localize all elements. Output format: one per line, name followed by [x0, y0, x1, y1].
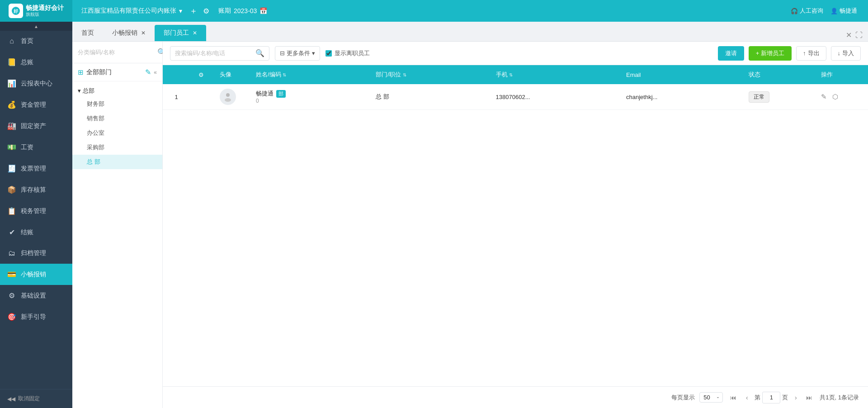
- all-dept-label[interactable]: 全部部门: [86, 68, 142, 76]
- tab-expense-close[interactable]: ✕: [141, 30, 146, 36]
- sidebar-item-assets[interactable]: 🏭 固定资产: [0, 115, 72, 137]
- settings-icon[interactable]: ⚙: [203, 7, 209, 15]
- employee-search-icon[interactable]: 🔍: [255, 49, 264, 57]
- sidebar-item-label: 首页: [21, 37, 33, 45]
- dept-search-input[interactable]: [78, 49, 154, 56]
- dept-grid-icon: ⊞: [78, 68, 84, 76]
- user-name: 畅捷通: [840, 7, 857, 15]
- inventory-icon: 📦: [7, 185, 16, 194]
- sidebar-scroll-up[interactable]: ▲: [0, 22, 72, 31]
- last-page-btn[interactable]: ⏭: [803, 392, 815, 403]
- guide-icon: 🎯: [7, 313, 16, 321]
- col-name[interactable]: 姓名/编码 ⇅: [249, 65, 368, 84]
- sidebar-item-home[interactable]: ⌂ 首页: [0, 31, 72, 52]
- tab-bar-right: ✕ ⛶: [840, 31, 868, 41]
- sidebar-item-fund[interactable]: 💰 资金管理: [0, 94, 72, 115]
- sidebar-item-expense[interactable]: 💳 小畅报销: [0, 264, 72, 285]
- unpin-btn[interactable]: ◀◀ 取消固定: [0, 389, 72, 408]
- per-page-select[interactable]: 50 10 20 100: [699, 392, 723, 403]
- user-btn[interactable]: 👤 畅捷通: [830, 7, 857, 15]
- edit-btn[interactable]: ✎: [821, 93, 827, 101]
- add-employee-button[interactable]: + 新增员工: [749, 46, 792, 61]
- archive-icon: 🗂: [7, 249, 16, 257]
- employee-table-wrap: ⚙ 头像 姓名/编码 ⇅ 部门/职位 ⇅: [163, 65, 868, 386]
- sidebar-item-salary[interactable]: 💵 工资: [0, 137, 72, 158]
- company-name: 江西服宝精品有限责任公司内账张: [81, 7, 176, 15]
- dept-item-purchase[interactable]: 采购部: [72, 140, 162, 155]
- tab-close-btn[interactable]: ✕: [846, 31, 852, 39]
- dept-item-hq[interactable]: 总 部: [72, 155, 162, 169]
- employee-table: ⚙ 头像 姓名/编码 ⇅ 部门/职位 ⇅: [163, 65, 868, 110]
- service-btn[interactable]: 🎧 人工咨询: [791, 7, 823, 15]
- emp-code: 0: [256, 98, 361, 104]
- prev-page-btn[interactable]: ‹: [741, 392, 753, 403]
- dept-tree-section-root[interactable]: ▾ 总部: [72, 85, 162, 97]
- tab-home[interactable]: 首页: [72, 25, 103, 41]
- col-phone[interactable]: 手机 ⇅: [489, 65, 619, 84]
- sidebar-item-invoice[interactable]: 🧾 发票管理: [0, 158, 72, 179]
- table-row: 1: [163, 84, 868, 110]
- tab-bar: 首页 小畅报销 ✕ 部门员工 ✕ ✕ ⛶: [72, 22, 868, 42]
- first-page-btn[interactable]: ⏮: [727, 392, 739, 403]
- tab-expense[interactable]: 小畅报销 ✕: [103, 25, 155, 41]
- sidebar-item-label: 固定资产: [21, 122, 46, 130]
- invite-button[interactable]: 邀请: [718, 46, 744, 61]
- ledger-icon: 📒: [7, 58, 16, 66]
- tab-dept-label: 部门员工: [164, 29, 189, 37]
- sidebar-item-inventory[interactable]: 📦 库存核算: [0, 179, 72, 200]
- filter-label: 更多条件: [287, 49, 310, 57]
- company-dropdown-icon[interactable]: ▾: [179, 7, 182, 14]
- tab-expand-btn[interactable]: ⛶: [855, 31, 863, 39]
- period-value[interactable]: 2023-03: [234, 7, 257, 14]
- tab-dept[interactable]: 部门员工 ✕: [155, 25, 206, 41]
- logo-sub: 旗舰版: [26, 11, 64, 18]
- show-resign-input[interactable]: [326, 50, 332, 57]
- cell-dept: 总 部: [368, 84, 488, 110]
- emp-name-wrap: 畅捷通 部: [256, 90, 361, 98]
- salary-icon: 💵: [7, 143, 16, 152]
- page-input[interactable]: [762, 392, 780, 403]
- add-company-icon[interactable]: ＋: [189, 5, 198, 16]
- phone-sort-icon: ⇅: [509, 72, 513, 77]
- sidebar-item-settings[interactable]: ⚙ 基础设置: [0, 285, 72, 306]
- col-dept[interactable]: 部门/职位 ⇅: [368, 65, 488, 84]
- export-button[interactable]: ↑ 导出: [796, 46, 826, 61]
- dept-edit-icon[interactable]: ✎: [145, 68, 151, 76]
- dept-sort-icon: ⇅: [403, 72, 406, 77]
- employee-search-bar: 🔍: [170, 46, 269, 61]
- sidebar-item-ledger[interactable]: 📒 总账: [0, 52, 72, 73]
- dept-collapse-icon[interactable]: «: [154, 69, 157, 76]
- col-gear[interactable]: ⚙: [190, 65, 212, 84]
- dept-tree: ▾ 总部 财务部 销售部 办公室 采购部 总 部: [72, 81, 162, 408]
- svg-point-2: [226, 93, 230, 97]
- import-button[interactable]: ↓ 导入: [831, 46, 861, 61]
- sidebar-item-guide[interactable]: 🎯 新手引导: [0, 306, 72, 327]
- cell-actions: ✎ ⬡: [814, 84, 868, 110]
- pagination-total: 共1页, 1条记录: [820, 394, 859, 402]
- sidebar-item-tax[interactable]: 📋 税务管理: [0, 200, 72, 222]
- logout-btn[interactable]: ⬡: [832, 93, 838, 101]
- sidebar: ▲ ⌂ 首页 📒 总账 📊 云报表中心 💰 资金管理 🏭 固定资产 💵 工资 🧾: [0, 22, 72, 408]
- col-index: [163, 65, 190, 84]
- svg-point-3: [225, 98, 231, 102]
- dept-item-office[interactable]: 办公室: [72, 126, 162, 140]
- dept-item-sales[interactable]: 销售部: [72, 111, 162, 126]
- sidebar-item-label: 基础设置: [21, 292, 46, 300]
- expense-icon: 💳: [7, 270, 16, 279]
- filter-icon: ⊟: [280, 50, 285, 57]
- sidebar-item-archive[interactable]: 🗂 归档管理: [0, 243, 72, 264]
- status-badge: 正常: [749, 91, 769, 103]
- dept-item-finance[interactable]: 财务部: [72, 97, 162, 111]
- logo-area: 好 畅捷通好会计 旗舰版: [0, 0, 72, 22]
- tab-dept-close[interactable]: ✕: [193, 30, 197, 36]
- avatar: [220, 89, 236, 105]
- filter-btn[interactable]: ⊟ 更多条件 ▾: [275, 46, 320, 61]
- sidebar-item-reports[interactable]: 📊 云报表中心: [0, 73, 72, 94]
- page-label: 第: [755, 394, 760, 402]
- tab-home-label: 首页: [81, 29, 94, 37]
- show-resign-checkbox[interactable]: 显示离职员工: [326, 49, 370, 57]
- sidebar-item-checkout[interactable]: ✔ 结账: [0, 222, 72, 243]
- calendar-icon[interactable]: 📅: [259, 7, 267, 14]
- employee-search-input[interactable]: [175, 50, 253, 57]
- next-page-btn[interactable]: ›: [790, 392, 802, 403]
